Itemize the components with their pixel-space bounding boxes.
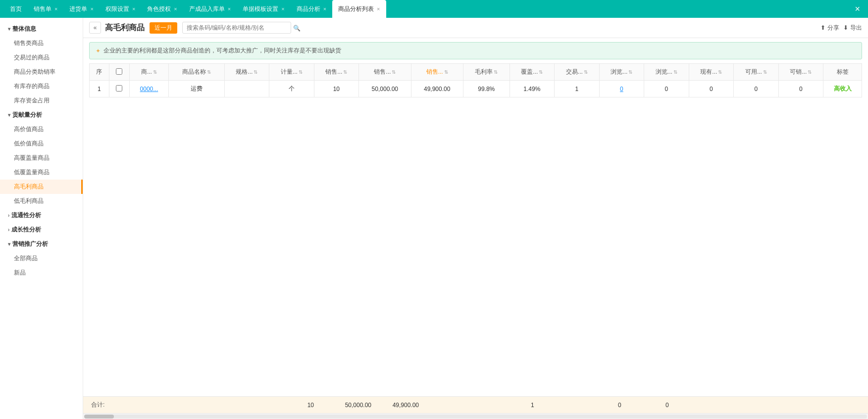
- cell-unit: 个: [269, 81, 314, 97]
- sidebar-group-circulation[interactable]: › 流通性分析: [0, 208, 83, 223]
- collapse-sidebar-button[interactable]: «: [89, 22, 101, 34]
- arrow-icon: ›: [8, 227, 9, 233]
- footer-transaction: 1: [512, 402, 552, 409]
- close-permission-tab[interactable]: ×: [132, 6, 135, 12]
- close-product-storage-tab[interactable]: ×: [228, 6, 231, 12]
- footer-stock1: 0: [600, 402, 639, 409]
- close-all-button[interactable]: ×: [851, 4, 864, 14]
- top-nav: 首页 销售单 × 进货单 × 权限设置 × 角色授权 × 产成品入库单 × 单据…: [0, 0, 868, 18]
- cell-coverage: 1.49%: [510, 81, 555, 97]
- cell-stock3: 0: [778, 81, 823, 97]
- sidebar-item-sales-goods[interactable]: 销售类商品: [0, 36, 83, 50]
- col-coverage[interactable]: 覆盖...⇅: [510, 64, 555, 81]
- col-seq: 序: [90, 64, 109, 81]
- table-header-row: 序 商...⇅ 商品名称⇅ 规格...⇅ 计量...⇅ 销售...⇅ 销售...…: [90, 64, 862, 81]
- page-title: 高毛利商品: [105, 23, 145, 33]
- sidebar-group-overall[interactable]: ▾ 整体信息: [0, 22, 83, 36]
- sidebar-item-low-value[interactable]: 低价值商品: [0, 137, 83, 151]
- col-spec[interactable]: 规格...⇅: [224, 64, 269, 81]
- sidebar-item-high-value[interactable]: 高价值商品: [0, 122, 83, 137]
- tab-permission[interactable]: 权限设置 ×: [100, 0, 141, 18]
- sidebar-item-traded-goods[interactable]: 交易过的商品: [0, 50, 83, 65]
- close-purchase-tab[interactable]: ×: [90, 6, 93, 12]
- content-header: « 高毛利商品 近一月 🔍 ⬆ 分享 ⬇ 导出: [83, 18, 868, 38]
- export-icon: ⬇: [843, 24, 848, 31]
- cell-check[interactable]: [109, 81, 129, 97]
- col-stock3[interactable]: 可销...⇅: [778, 64, 823, 81]
- cell-gross-rate: 99.8%: [463, 81, 510, 97]
- tab-home[interactable]: 首页: [4, 0, 28, 18]
- sidebar: ▾ 整体信息 销售类商品 交易过的商品 商品分类助销率 有库存的商品 库存资金占…: [0, 18, 83, 419]
- sidebar-group-growth[interactable]: › 成长性分析: [0, 223, 83, 237]
- scrollbar-thumb[interactable]: [84, 415, 114, 419]
- footer-sales2: 50,000.00: [338, 402, 378, 409]
- tab-analysis[interactable]: 商品分析 ×: [291, 0, 332, 18]
- table-footer: 合计: 10 50,000.00 49,900.00 1 0 0: [83, 396, 868, 413]
- info-banner: ✦ 企业的主要的利润都是这部分商品创造的，可考虑加大推广，同时关注库存是不要出现…: [89, 42, 862, 59]
- col-check[interactable]: [109, 64, 129, 81]
- tab-role[interactable]: 角色授权 ×: [141, 0, 183, 18]
- cell-code[interactable]: 0000...: [129, 81, 168, 97]
- sidebar-item-new-goods[interactable]: 新品: [0, 266, 83, 280]
- cell-tag: 高收入: [823, 81, 862, 97]
- select-all-checkbox[interactable]: [116, 68, 122, 75]
- arrow-icon: ▾: [8, 241, 10, 247]
- col-tag: 标签: [823, 64, 862, 81]
- arrow-icon: ▾: [8, 112, 10, 118]
- filter-button[interactable]: 近一月: [150, 22, 177, 34]
- col-browse1[interactable]: 浏览...⇅: [599, 64, 644, 81]
- search-icon: 🔍: [293, 25, 301, 32]
- arrow-icon: ›: [8, 213, 9, 218]
- action-buttons: ⬆ 分享 ⬇ 导出: [820, 24, 862, 32]
- tab-analysis-list[interactable]: 商品分析列表 ×: [332, 0, 386, 18]
- table-wrapper: 序 商...⇅ 商品名称⇅ 规格...⇅ 计量...⇅ 销售...⇅ 销售...…: [83, 63, 868, 396]
- col-stock2[interactable]: 可用...⇅: [734, 64, 779, 81]
- info-icon: ✦: [96, 47, 101, 54]
- col-gross-rate[interactable]: 毛利率⇅: [463, 64, 510, 81]
- sidebar-item-low-coverage[interactable]: 低覆盖量商品: [0, 165, 83, 180]
- sidebar-group-contribution[interactable]: ▾ 贡献量分析: [0, 108, 83, 122]
- cell-sales3: 49,900.00: [411, 81, 463, 97]
- sidebar-item-high-coverage[interactable]: 高覆盖量商品: [0, 151, 83, 165]
- close-analysis-tab[interactable]: ×: [323, 6, 326, 12]
- tab-sales[interactable]: 销售单 ×: [28, 0, 63, 18]
- tab-template[interactable]: 单据模板设置 ×: [237, 0, 290, 18]
- scrollbar-track[interactable]: [84, 415, 867, 419]
- cell-transaction: 1: [555, 81, 600, 97]
- cell-name: 运费: [168, 81, 224, 97]
- sidebar-item-low-margin[interactable]: 低毛利商品: [0, 194, 83, 208]
- sidebar-group-marketing[interactable]: ▾ 营销推广分析: [0, 237, 83, 251]
- cell-seq: 1: [90, 81, 109, 97]
- search-button[interactable]: 🔍: [291, 22, 303, 34]
- col-sales3[interactable]: 销售...⇅: [411, 64, 463, 81]
- tab-purchase[interactable]: 进货单 ×: [63, 0, 99, 18]
- cell-spec: [224, 81, 269, 97]
- close-role-tab[interactable]: ×: [174, 6, 177, 12]
- col-browse2[interactable]: 浏览...⇅: [644, 64, 689, 81]
- col-unit[interactable]: 计量...⇅: [269, 64, 314, 81]
- col-transaction[interactable]: 交易...⇅: [555, 64, 600, 81]
- footer-label: 合计:: [91, 401, 104, 409]
- col-code[interactable]: 商...⇅: [129, 64, 168, 81]
- export-button[interactable]: ⬇ 导出: [843, 24, 862, 32]
- close-template-tab[interactable]: ×: [281, 6, 284, 12]
- search-input[interactable]: [182, 22, 291, 34]
- content-area: « 高毛利商品 近一月 🔍 ⬆ 分享 ⬇ 导出 ✦ 企业的主要的利: [83, 18, 868, 419]
- col-sales1[interactable]: 销售...⇅: [314, 64, 359, 81]
- sidebar-item-stock-capital[interactable]: 库存资金占用: [0, 93, 83, 108]
- tab-product-storage[interactable]: 产成品入库单 ×: [183, 0, 237, 18]
- share-icon: ⬆: [820, 24, 825, 31]
- close-sales-tab[interactable]: ×: [54, 6, 57, 12]
- sidebar-item-all-goods[interactable]: 全部商品: [0, 251, 83, 266]
- cell-browse1[interactable]: 0: [599, 81, 644, 97]
- col-stock1[interactable]: 现有...⇅: [689, 64, 734, 81]
- close-analysis-list-tab[interactable]: ×: [377, 6, 380, 12]
- sidebar-item-high-margin[interactable]: 高毛利商品: [0, 180, 83, 194]
- sidebar-item-category-rate[interactable]: 商品分类助销率: [0, 65, 83, 79]
- horizontal-scrollbar[interactable]: [83, 413, 868, 419]
- row-checkbox[interactable]: [116, 85, 122, 92]
- col-sales2[interactable]: 销售...⇅: [359, 64, 411, 81]
- col-name[interactable]: 商品名称⇅: [168, 64, 224, 81]
- share-button[interactable]: ⬆ 分享: [820, 24, 839, 32]
- sidebar-item-stock-goods[interactable]: 有库存的商品: [0, 79, 83, 93]
